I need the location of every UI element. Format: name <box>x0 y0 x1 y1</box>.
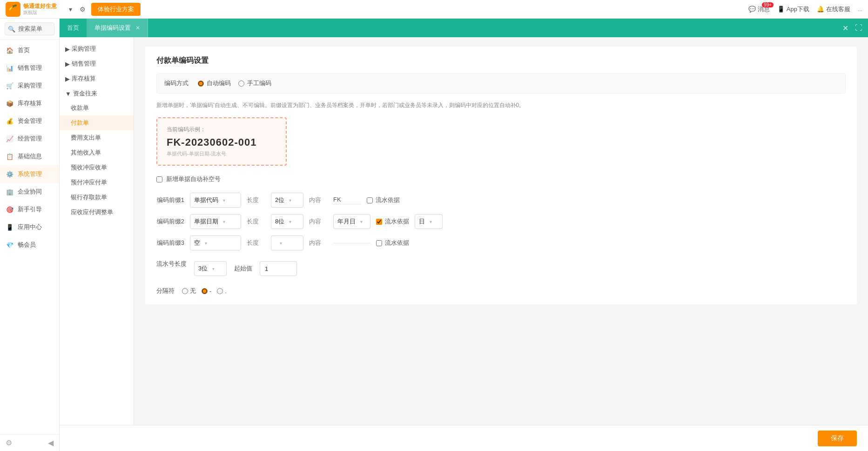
sidebar-item-appcenter[interactable]: 📱 应用中心 <box>0 218 59 236</box>
app-download-item[interactable]: 📱 App下载 <box>777 5 809 13</box>
row3-prefix-label: 编码前缀3 <box>156 239 184 247</box>
tab-encode[interactable]: 单据编码设置 ✕ <box>87 19 148 37</box>
sep-dash-radio-input[interactable] <box>202 288 208 294</box>
sidebar-item-member[interactable]: 💎 畅会员 <box>0 236 59 254</box>
online-service-item[interactable]: 🔔 在线客服 <box>817 5 850 13</box>
sub-item-prepay-pay[interactable]: 预付冲应付单 <box>60 175 134 190</box>
row3-serial-item[interactable]: 流水依据 <box>376 239 409 247</box>
row2-serial-item[interactable]: 流水依据 <box>376 217 409 226</box>
manual-code-radio-input[interactable] <box>238 81 244 87</box>
row2-day-select[interactable]: 日 ▾ <box>415 214 443 229</box>
user-avatar[interactable]: ... <box>858 6 862 13</box>
tab-fullscreen-btn[interactable]: ⛶ <box>853 22 864 34</box>
row2-content-select[interactable]: 年月日 ▾ <box>333 214 370 229</box>
sep-dash-radio[interactable]: - <box>202 288 211 295</box>
sales-icon: 📊 <box>6 64 14 72</box>
auto-code-label: 自动编码 <box>207 79 231 88</box>
sub-group-purchase-title[interactable]: ▶ 采购管理 <box>60 41 134 56</box>
row1-prefix-select[interactable]: 单据代码 ▾ <box>190 193 241 208</box>
sub-item-prepay-receive[interactable]: 预收冲应收单 <box>60 160 134 175</box>
sidebar-item-enterprise-label: 企业协同 <box>18 188 42 196</box>
sub-item-expense[interactable]: 费用支出单 <box>60 130 134 145</box>
sidebar-item-newguide[interactable]: 🎯 新手引导 <box>0 201 59 218</box>
sub-item-payable-adjust[interactable]: 应收应付调整单 <box>60 205 134 220</box>
auto-code-radio[interactable]: 自动编码 <box>198 79 231 88</box>
settings-btn[interactable]: ⚙ <box>78 5 87 14</box>
dropdown-btn[interactable]: ▾ <box>67 5 74 14</box>
top-bar-right: 💬 消息 99+ 📱 App下载 🔔 在线客服 ... <box>748 5 862 13</box>
search-menu-btn[interactable]: 🔍 搜索菜单 <box>5 22 54 35</box>
message-item[interactable]: 💬 消息 99+ <box>748 5 770 13</box>
row1-len-select[interactable]: 2位 ▾ <box>271 193 303 208</box>
tab-encode-label: 单据编码设置 <box>94 24 131 32</box>
sub-item-other-income[interactable]: 其他收入单 <box>60 145 134 160</box>
row2-len-select[interactable]: 8位 ▾ <box>271 214 303 229</box>
logo-text: 畅通道好生意 旗舰版 <box>23 3 57 15</box>
sep-none-radio-input[interactable] <box>182 288 188 294</box>
home-icon: 🏠 <box>6 46 14 54</box>
row1-serial-item[interactable]: 流水依据 <box>367 196 400 204</box>
sidebar-gear-btn[interactable]: ⚙ <box>6 438 12 447</box>
tab-close-all-btn[interactable]: ✕ <box>841 22 850 34</box>
encode-mode-row: 编码方式 自动编码 手工编码 <box>156 73 846 94</box>
sub-item-bank-deposit[interactable]: 银行存取款单 <box>60 190 134 205</box>
tab-home[interactable]: 首页 <box>60 19 87 37</box>
manual-code-radio[interactable]: 手工编码 <box>238 79 271 88</box>
message-badge: 99+ <box>762 2 774 7</box>
row2-content-label: 内容 <box>309 217 328 226</box>
sep-dot-radio[interactable]: . <box>217 288 227 295</box>
sidebar-item-operation[interactable]: 📈 经营管理 <box>0 130 59 148</box>
row1-serial-checkbox[interactable] <box>367 197 373 203</box>
sidebar-search[interactable]: 🔍 搜索菜单 <box>0 19 59 40</box>
newguide-icon: 🎯 <box>6 205 14 214</box>
sidebar-item-basic[interactable]: 📋 基础信息 <box>0 148 59 165</box>
settings-card: 付款单编码设置 编码方式 自动编码 手工编码 <box>145 47 857 304</box>
sidebar-item-system[interactable]: ⚙️ 系统管理 <box>0 165 59 183</box>
row1-prefix-chevron: ▾ <box>223 198 225 203</box>
sub-item-receipt[interactable]: 收款单 <box>60 101 134 115</box>
sep-dot-radio-input[interactable] <box>217 288 223 294</box>
sidebar-item-system-label: 系统管理 <box>18 170 42 178</box>
row3-len-select[interactable]: ▾ <box>271 236 303 250</box>
row3-prefix-select[interactable]: 空 ▾ <box>190 236 241 250</box>
save-button[interactable]: 保存 <box>818 431 857 446</box>
config-row-2: 编码前缀2 单据日期 ▾ 长度 8位 ▾ 内容 <box>156 214 846 229</box>
serial-len-select[interactable]: 3位 ▾ <box>194 261 227 276</box>
trial-button[interactable]: 体验行业方案 <box>91 3 141 16</box>
sub-group-inventory-title[interactable]: ▶ 库存核算 <box>60 71 134 86</box>
manual-code-label: 手工编码 <box>247 79 271 88</box>
sub-item-payment[interactable]: 付款单 <box>60 115 134 130</box>
sub-sidebar: ▶ 采购管理 ▶ 销售管理 ▶ 库存核算 <box>60 37 134 425</box>
tab-encode-close[interactable]: ✕ <box>135 25 140 31</box>
sidebar-item-home[interactable]: 🏠 首页 <box>0 41 59 59</box>
auto-fill-checkbox[interactable] <box>156 176 162 182</box>
auto-fill-label[interactable]: 新增单据自动补空号 <box>166 175 221 183</box>
sub-group-sales-title[interactable]: ▶ 销售管理 <box>60 56 134 71</box>
top-bar-controls: ▾ ⚙ 体验行业方案 <box>67 3 141 16</box>
row3-content-label: 内容 <box>309 239 328 247</box>
start-input[interactable] <box>260 261 297 276</box>
auto-code-radio-input[interactable] <box>198 81 204 87</box>
row2-serial-checkbox[interactable] <box>376 219 382 225</box>
system-icon: ⚙️ <box>6 170 14 178</box>
sub-group-funds-title[interactable]: ▼ 资金往来 <box>60 86 134 101</box>
sidebar-item-purchase[interactable]: 🛒 采购管理 <box>0 77 59 94</box>
row3-serial-checkbox[interactable] <box>376 240 382 246</box>
sidebar-item-finance-label: 资金管理 <box>18 117 42 125</box>
sidebar-item-enterprise[interactable]: 🏢 企业协同 <box>0 183 59 201</box>
sidebar-item-basic-label: 基础信息 <box>18 152 42 161</box>
sep-none-radio[interactable]: 无 <box>182 287 196 295</box>
sidebar-item-inventory-label: 库存核算 <box>18 99 42 108</box>
sidebar-collapse-btn[interactable]: ◀ <box>48 438 54 447</box>
operation-icon: 📈 <box>6 135 14 143</box>
sidebar-item-sales[interactable]: 📊 销售管理 <box>0 59 59 77</box>
sidebar-item-inventory[interactable]: 📦 库存核算 <box>0 94 59 112</box>
sidebar-item-finance[interactable]: 💰 资金管理 <box>0 112 59 130</box>
row1-content-label: 内容 <box>309 196 328 204</box>
top-bar: 🍊 畅通道好生意 旗舰版 ▾ ⚙ 体验行业方案 💬 消息 99+ 📱 App下载… <box>0 0 868 19</box>
row2-prefix-select[interactable]: 单据日期 ▾ <box>190 214 241 229</box>
logo: 🍊 畅通道好生意 旗舰版 <box>6 2 61 17</box>
row1-prefix-value: 单据代码 <box>194 196 218 204</box>
member-icon: 💎 <box>6 241 14 249</box>
main-content: ▶ 采购管理 ▶ 销售管理 ▶ 库存核算 <box>60 37 868 425</box>
